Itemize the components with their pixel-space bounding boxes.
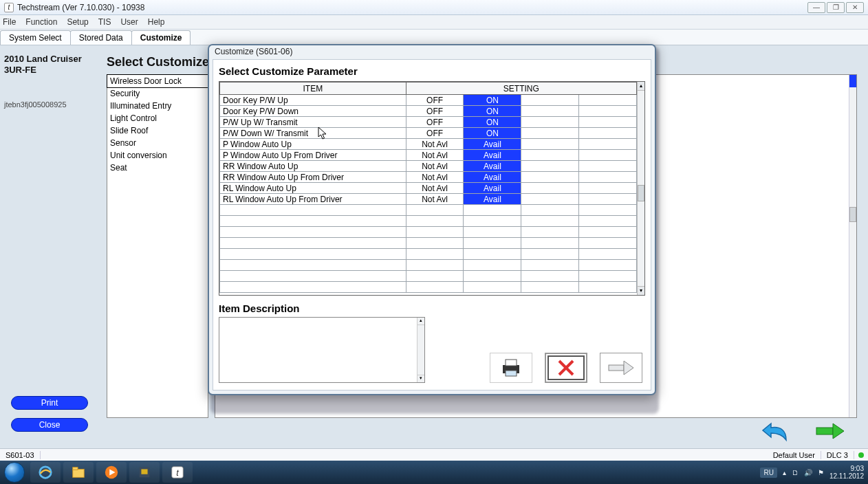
- taskbar-clock[interactable]: 9:03 12.11.2012: [829, 465, 864, 480]
- menu-function[interactable]: Function: [25, 17, 57, 27]
- category-item[interactable]: Sensor: [107, 137, 208, 149]
- scrollbar[interactable]: [849, 75, 856, 417]
- option-b[interactable]: ON: [464, 128, 521, 139]
- category-item[interactable]: Wireless Door Lock: [107, 74, 208, 88]
- category-item[interactable]: Security: [107, 87, 208, 100]
- scroll-up-icon[interactable]: ▴: [638, 82, 644, 91]
- parameter-row[interactable]: P/W Down W/ TransmitOFFON: [220, 128, 637, 139]
- option-a[interactable]: OFF: [406, 128, 464, 139]
- next-button[interactable]: [813, 419, 847, 443]
- minimize-button[interactable]: —: [807, 2, 825, 13]
- vehicle-engine: 3UR-FE: [4, 65, 98, 76]
- close-window-button[interactable]: ✕: [846, 2, 864, 13]
- option-a[interactable]: Not Avl: [406, 194, 464, 205]
- category-list[interactable]: Wireless Door Lock Security Illuminated …: [107, 74, 208, 418]
- scroll-down-icon[interactable]: ▾: [638, 286, 644, 295]
- option-b[interactable]: Avail: [464, 194, 521, 205]
- option-a[interactable]: OFF: [406, 106, 464, 117]
- option-b[interactable]: ON: [464, 117, 521, 128]
- option-d[interactable]: [579, 183, 637, 194]
- grid-scroll-thumb[interactable]: [638, 185, 644, 201]
- option-c[interactable]: [521, 194, 579, 205]
- option-c[interactable]: [521, 117, 579, 128]
- category-item[interactable]: Illuminated Entry: [107, 100, 208, 112]
- option-b[interactable]: Avail: [464, 139, 521, 150]
- desc-scrollbar[interactable]: ▴▾: [417, 318, 424, 382]
- menu-file[interactable]: File: [3, 17, 16, 27]
- category-item[interactable]: Seat: [107, 162, 208, 174]
- tray-volume-icon[interactable]: 🔊: [804, 469, 812, 476]
- category-item[interactable]: Slide Roof: [107, 124, 208, 137]
- print-button[interactable]: Print: [11, 396, 88, 410]
- dialog-cancel-button[interactable]: [545, 353, 587, 383]
- language-indicator[interactable]: RU: [760, 468, 777, 478]
- parameter-row[interactable]: RR Window Auto UpNot AvlAvail: [220, 161, 637, 172]
- taskbar-techstream[interactable]: t: [162, 462, 193, 483]
- parameter-row[interactable]: Door Key P/W UpOFFON: [220, 95, 637, 106]
- parameter-row[interactable]: P/W Up W/ TransmitOFFON: [220, 117, 637, 128]
- option-d[interactable]: [579, 172, 637, 183]
- option-a[interactable]: Not Avl: [406, 172, 464, 183]
- tray-flag-icon[interactable]: ⚑: [818, 469, 824, 476]
- tray-battery-icon[interactable]: 🗋: [792, 469, 799, 476]
- option-b[interactable]: Avail: [464, 172, 521, 183]
- maximize-button[interactable]: ❐: [827, 2, 845, 13]
- tray-up-icon[interactable]: ▴: [783, 469, 786, 476]
- option-a[interactable]: Not Avl: [406, 161, 464, 172]
- option-d[interactable]: [579, 117, 637, 128]
- option-b[interactable]: ON: [464, 106, 521, 117]
- parameter-row[interactable]: RR Window Auto Up From DriverNot AvlAvai…: [220, 172, 637, 183]
- option-d[interactable]: [579, 194, 637, 205]
- parameter-name: RR Window Auto Up: [220, 161, 406, 172]
- option-a[interactable]: OFF: [406, 95, 464, 106]
- close-button[interactable]: Close: [11, 418, 88, 432]
- tab-stored-data[interactable]: Stored Data: [70, 30, 132, 45]
- taskbar-app1[interactable]: [129, 462, 160, 483]
- option-d[interactable]: [579, 106, 637, 117]
- option-b[interactable]: Avail: [464, 150, 521, 161]
- option-c[interactable]: [521, 172, 579, 183]
- menu-tis[interactable]: TIS: [98, 17, 111, 27]
- option-d[interactable]: [579, 128, 637, 139]
- category-item[interactable]: Light Control: [107, 112, 208, 124]
- taskbar-ie[interactable]: [30, 462, 61, 483]
- category-item[interactable]: Unit conversion: [107, 149, 208, 162]
- parameter-row[interactable]: P Window Auto UpNot AvlAvail: [220, 139, 637, 150]
- option-a[interactable]: Not Avl: [406, 139, 464, 150]
- undo-button[interactable]: [758, 419, 792, 443]
- parameter-row[interactable]: RL Window Auto UpNot AvlAvail: [220, 183, 637, 194]
- option-c[interactable]: [521, 183, 579, 194]
- option-d[interactable]: [579, 95, 637, 106]
- option-d[interactable]: [579, 139, 637, 150]
- option-c[interactable]: [521, 150, 579, 161]
- parameter-row[interactable]: Door Key P/W DownOFFON: [220, 106, 637, 117]
- option-c[interactable]: [521, 128, 579, 139]
- option-d[interactable]: [579, 150, 637, 161]
- option-a[interactable]: OFF: [406, 117, 464, 128]
- option-c[interactable]: [521, 106, 579, 117]
- option-b[interactable]: ON: [464, 95, 521, 106]
- menu-setup[interactable]: Setup: [67, 17, 88, 27]
- option-b[interactable]: Avail: [464, 161, 521, 172]
- dialog-next-button[interactable]: [600, 353, 642, 383]
- status-dlc: DLC 3: [821, 451, 854, 459]
- tab-system-select[interactable]: System Select: [0, 30, 71, 45]
- option-b[interactable]: Avail: [464, 183, 521, 194]
- menu-user[interactable]: User: [120, 17, 138, 27]
- grid-scrollbar[interactable]: ▴ ▾: [637, 82, 644, 295]
- taskbar-mediaplayer[interactable]: [96, 462, 127, 483]
- scroll-thumb[interactable]: [849, 207, 856, 222]
- option-c[interactable]: [521, 95, 579, 106]
- option-c[interactable]: [521, 139, 579, 150]
- parameter-row[interactable]: RL Window Auto Up From DriverNot AvlAvai…: [220, 194, 637, 205]
- dialog-print-button[interactable]: [490, 353, 532, 383]
- taskbar-explorer[interactable]: [63, 462, 94, 483]
- option-a[interactable]: Not Avl: [406, 150, 464, 161]
- parameter-row[interactable]: P Window Auto Up From DriverNot AvlAvail: [220, 150, 637, 161]
- tab-customize[interactable]: Customize: [131, 30, 191, 45]
- option-c[interactable]: [521, 161, 579, 172]
- start-button[interactable]: [0, 461, 29, 484]
- menu-help[interactable]: Help: [148, 17, 165, 27]
- option-a[interactable]: Not Avl: [406, 183, 464, 194]
- option-d[interactable]: [579, 161, 637, 172]
